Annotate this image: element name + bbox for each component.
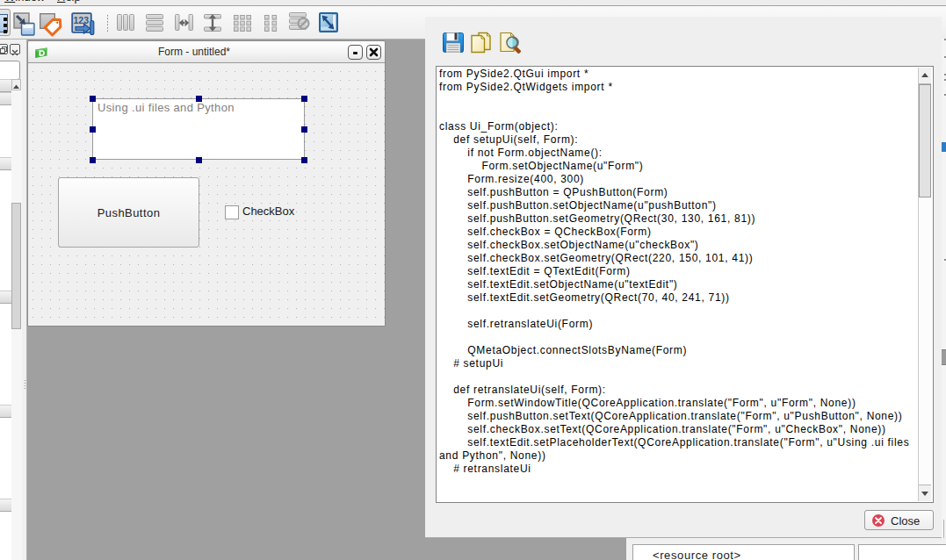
svg-text:123: 123 — [74, 15, 90, 25]
